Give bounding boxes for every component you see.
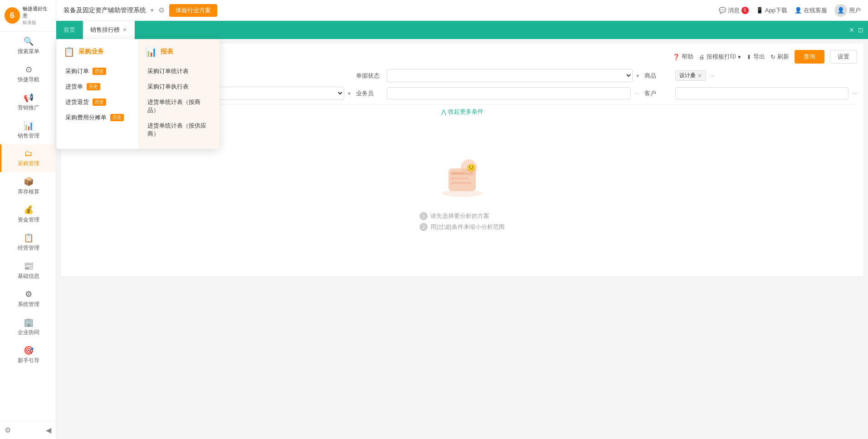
inbound-stats-supplier-label: 进货单统计表（按供应商） (147, 122, 211, 138)
tab-close-icon[interactable]: ✕ (122, 27, 127, 33)
tab-sales-ranking[interactable]: 销售排行榜 ✕ (83, 21, 135, 39)
return-label: 进货退货 (65, 98, 89, 106)
user-label: 用户 (849, 6, 861, 15)
online-service-label: 在线客服 (804, 6, 827, 15)
sidebar-item-enterprise[interactable]: 🏢 企业协同 (0, 313, 56, 341)
goods-tag-close[interactable]: ✕ (697, 73, 702, 79)
dropdown-item-return[interactable]: 进货退货 历史 (63, 94, 131, 110)
app-download-label: App下载 (765, 6, 787, 15)
logo-area: 6 畅捷通好生意 标准版 (0, 0, 56, 32)
customer-more-button[interactable]: ··· (852, 90, 857, 97)
salesman-input[interactable] (387, 87, 631, 99)
close-tab-icon[interactable]: ✕ (849, 26, 854, 34)
print-icon: 🖨 (699, 54, 705, 60)
industry-button[interactable]: 体验行业方案 (169, 4, 217, 17)
avatar: 👤 (834, 4, 847, 17)
app-name: 畅捷通好生意 (23, 5, 51, 20)
sidebar-item-inventory[interactable]: 📦 库存核算 (0, 172, 56, 200)
online-service-button[interactable]: 👤 在线客服 (795, 6, 827, 15)
sidebar-item-sales[interactable]: 📊 销售管理 (0, 116, 56, 144)
sidebar-item-label: 库存核算 (18, 188, 39, 196)
purchase-section-title: 采购业务 (78, 48, 104, 56)
salesman-more-button[interactable]: ··· (634, 90, 639, 97)
operations-icon: 📋 (24, 233, 34, 243)
export-button[interactable]: ⬇ 导出 (746, 53, 765, 61)
goods-more-button[interactable]: ··· (710, 72, 715, 79)
dropdown-item-inbound[interactable]: 进货单 历史 (63, 79, 131, 94)
system-icon: ⚙ (25, 289, 32, 299)
settings-button[interactable]: 设置 (830, 50, 857, 64)
sidebar-item-system[interactable]: ⚙ 系统管理 (0, 285, 56, 313)
sidebar-item-finance[interactable]: 💰 资金管理 (0, 200, 56, 228)
sidebar-item-quick-nav[interactable]: ⊙ 快捷导航 (0, 60, 56, 88)
customer-input[interactable] (675, 87, 848, 99)
app-download-button[interactable]: 📱 App下载 (756, 6, 787, 15)
svg-rect-3 (451, 178, 469, 179)
search-nav-icon: 🔍 (24, 36, 34, 46)
purchase-order-label: 采购订单 (65, 67, 89, 75)
purchase-dropdown-menu: 📋 采购业务 采购订单 历史 进货单 历史 进货退货 历史 采购费用分摊单 历史 (56, 39, 219, 149)
refresh-label: 刷新 (777, 53, 789, 61)
voucher-status-filter: 单据状态 ▾ (356, 69, 639, 82)
sidebar-item-label: 销售管理 (18, 132, 39, 140)
tip-text-1: 请先选择要分析的方案 (430, 212, 489, 220)
sidebar-item-basic-info[interactable]: 📰 基础信息 (0, 256, 56, 285)
sidebar-item-operations[interactable]: 📋 经营管理 (0, 228, 56, 256)
settings-button[interactable]: ⚙ (5, 426, 11, 434)
history-tag-expense: 历史 (110, 114, 124, 121)
dropdown-item-order-exec[interactable]: 采购订单执行表 (146, 79, 213, 94)
sidebar-item-label: 搜索菜单 (18, 48, 39, 55)
finance-icon: 💰 (24, 205, 34, 215)
salesman-filter: 业务员 ··· (356, 87, 639, 99)
chevron-down-icon: ▾ (636, 73, 639, 79)
logo-icon: 6 (5, 7, 20, 24)
sidebar-item-marketing[interactable]: 📢 营销推广 (0, 88, 56, 116)
tip-text-2: 用[过滤]条件来缩小分析范围 (430, 223, 504, 231)
dropdown-item-inbound-stats-goods[interactable]: 进货单统计表（按商品） (146, 94, 213, 118)
report-column: 📊 报表 采购订单统计表 采购订单执行表 进货单统计表（按商品） 进货单统计表（… (138, 39, 220, 149)
message-button[interactable]: 💬 消息 6 (719, 6, 749, 15)
history-tag-inbound: 历史 (87, 83, 100, 90)
print-button[interactable]: 🖨 按模板打印 ▾ (699, 53, 741, 61)
history-tag-purchase-order: 历史 (93, 68, 106, 75)
help-button[interactable]: ❓ 帮助 (673, 53, 693, 61)
purchase-section-icon: 📋 (63, 46, 75, 57)
sidebar-item-guide[interactable]: 🎯 新手引导 (0, 341, 56, 369)
tab-home[interactable]: 首页 (56, 21, 83, 39)
export-label: 导出 (753, 53, 765, 61)
history-tag-return: 历史 (93, 99, 106, 106)
report-section-header: 📊 报表 (146, 46, 213, 57)
sidebar-bottom: ⚙ ◀ (0, 421, 56, 439)
query-button[interactable]: 查询 (795, 50, 824, 64)
message-badge: 6 (741, 7, 749, 14)
chevron-down-icon[interactable]: ▾ (151, 7, 154, 14)
help-icon: ❓ (673, 54, 680, 60)
tip-num-2: 2 (419, 223, 428, 231)
dropdown-item-purchase-order[interactable]: 采购订单 历史 (63, 64, 131, 79)
collapse-sidebar-button[interactable]: ◀ (46, 426, 51, 434)
refresh-button[interactable]: ↻ 刷新 (770, 53, 789, 61)
expense-label: 采购费用分摊单 (65, 113, 107, 122)
purchase-column: 📋 采购业务 采购订单 历史 进货单 历史 进货退货 历史 采购费用分摊单 历史 (63, 46, 138, 142)
sidebar-item-label: 资金管理 (18, 216, 39, 224)
order-stats-label: 采购订单统计表 (147, 67, 189, 75)
settings-icon[interactable]: ⚙ (158, 6, 165, 15)
dropdown-item-inbound-stats-supplier[interactable]: 进货单统计表（按供应商） (146, 118, 213, 142)
dropdown-item-expense[interactable]: 采购费用分摊单 历史 (63, 110, 131, 125)
sidebar-item-purchase[interactable]: 🗂 采购管理 (0, 144, 56, 172)
sidebar-item-search[interactable]: 🔍 搜索菜单 (0, 32, 56, 60)
enterprise-icon: 🏢 (24, 317, 34, 327)
sidebar-item-label: 快捷导航 (18, 76, 39, 84)
dropdown-item-order-stats[interactable]: 采购订单统计表 (146, 64, 213, 79)
sidebar-item-label: 经营管理 (18, 244, 39, 252)
customer-label: 客户 (644, 89, 672, 98)
basic-info-icon: 📰 (24, 261, 34, 271)
voucher-status-select[interactable] (387, 69, 633, 82)
purchase-icon: 🗂 (24, 149, 33, 158)
sidebar-item-label: 新手引导 (18, 357, 39, 365)
expand-icon[interactable]: ⊡ (858, 26, 863, 34)
user-avatar-button[interactable]: 👤 用户 (834, 4, 861, 17)
sidebar-item-label: 采购管理 (18, 160, 39, 168)
empty-tip-1: 1 请先选择要分析的方案 (419, 212, 504, 220)
svg-text:😕: 😕 (467, 163, 476, 172)
